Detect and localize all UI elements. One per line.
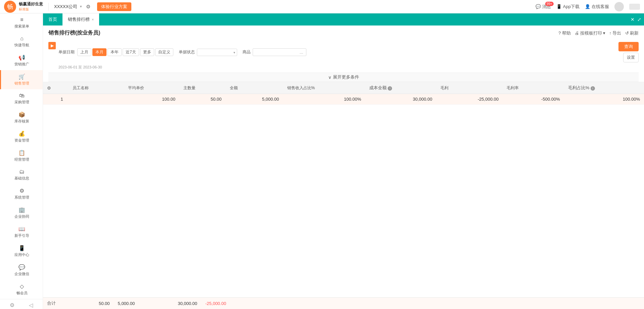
user-avatar[interactable]	[614, 2, 624, 11]
message-icon: 💬	[535, 4, 541, 9]
sidebar-settings-icon[interactable]: ⚙	[10, 302, 14, 308]
sidebar-item-member-label: 畅会员	[16, 291, 28, 296]
refresh-label: 刷新	[630, 30, 639, 36]
last7days-btn[interactable]: 近7天	[123, 48, 139, 56]
footer-amount: 5,000.00	[118, 301, 135, 306]
filter-toggle-btn[interactable]: ▶	[48, 42, 56, 49]
sidebar-item-purchase[interactable]: 🛍 采购管理	[0, 89, 43, 108]
logo-icon: 畅	[4, 1, 16, 13]
tab-close-icon[interactable]: ×	[92, 17, 94, 21]
sidebar-item-finance[interactable]: 💰 资金管理	[0, 127, 43, 146]
expand-more-btn[interactable]: ∨ 展开更多条件	[48, 72, 639, 82]
sidebar-item-search[interactable]: ≡ 搜索菜单	[0, 13, 43, 32]
message-btn[interactable]: 💬 消息 99+	[535, 4, 551, 10]
row-qty-cell: 50.00	[179, 94, 226, 105]
sidebar-item-operations[interactable]: 📋 经营管理	[0, 146, 43, 165]
more-btn[interactable]: 更多	[140, 48, 154, 56]
company-settings-icon[interactable]: ⚙	[86, 4, 90, 10]
status-select[interactable]	[197, 49, 237, 56]
export-btn[interactable]: ↑ 导出	[609, 30, 621, 36]
sidebar-collapse-icon[interactable]: ◁	[29, 302, 33, 308]
sidebar-item-quick-nav[interactable]: ⌂ 快捷导航	[0, 32, 43, 51]
sidebar-item-apps[interactable]: 📱 应用中心	[0, 242, 43, 261]
sidebar-item-sales[interactable]: 🛒 销售管理	[0, 70, 43, 89]
col-avg-price: 平均单价	[124, 82, 179, 94]
print-dropdown-icon[interactable]: ▾	[603, 31, 605, 36]
sidebar-item-member[interactable]: ◇ 畅会员	[0, 280, 43, 299]
enterprise-icon: 🏢	[18, 207, 25, 213]
row-qty: 50.00	[211, 97, 222, 102]
table-row: 1 100.00 50.00	[43, 94, 644, 105]
goods-filter-group: 商品 ...	[243, 48, 306, 56]
row-gross-pct-cell: 100.00%	[564, 94, 644, 105]
expand-down-icon: ∨	[328, 75, 332, 80]
query-btn[interactable]: 查询	[618, 42, 639, 51]
row-gross-rate-cell: -500.00%	[503, 94, 564, 105]
row-sales-pct: 100.00%	[344, 97, 361, 102]
row-cost: 30,000.00	[413, 97, 432, 102]
basic-icon: 🗂	[19, 169, 25, 175]
row-name-cell	[69, 94, 124, 105]
sidebar-item-apps-label: 应用中心	[14, 252, 29, 257]
col-cost: 成本全额 i	[365, 82, 436, 94]
goods-select[interactable]: ...	[253, 48, 306, 56]
gear-col-icon: ⚙	[47, 86, 51, 91]
table-area: ⚙ 员工名称 平均单价 主数量 全额 销售收入占比% 成本全额 i	[43, 82, 644, 309]
last-month-btn[interactable]: 上月	[77, 48, 91, 56]
company-dropdown-icon[interactable]: ▾	[80, 4, 82, 9]
footer-total-label: 合计	[47, 300, 56, 306]
col-qty: 主数量	[179, 82, 226, 94]
active-tab-label: 销售排行榜	[68, 16, 90, 22]
sidebar-item-basic[interactable]: 🗂 基础信息	[0, 165, 43, 184]
operations-icon: 📋	[18, 150, 25, 156]
filter-row-1: 单据日期 上月 本月 本年 近7天 更多 自定义 单据状态	[58, 42, 639, 62]
window-maximize-icon[interactable]: ⤢	[637, 17, 641, 22]
goods-more-icon[interactable]: ...	[300, 50, 303, 55]
finance-icon: 💰	[18, 131, 25, 137]
cost-info-icon[interactable]: i	[388, 86, 392, 91]
online-service-btn[interactable]: 👤 在线客服	[585, 4, 609, 10]
sidebar-item-inventory[interactable]: 📦 库存核算	[0, 108, 43, 127]
trial-button[interactable]: 体验行业方案	[97, 2, 131, 11]
row-amount: 5,000.00	[262, 97, 279, 102]
print-btn[interactable]: 🖨 按模板打印 ▾	[575, 30, 605, 36]
sidebar-item-guide[interactable]: 📖 新手引导	[0, 222, 43, 242]
gross-pct-info-icon[interactable]: i	[591, 86, 595, 91]
date-range-display: 2023-06-01 至 2023-06-30	[58, 64, 639, 70]
home-tab-label: 首页	[48, 16, 57, 22]
window-close-icon[interactable]: ✕	[631, 17, 635, 22]
search-menu-icon: ≡	[20, 17, 23, 23]
tab-home[interactable]: 首页	[43, 13, 62, 25]
logo-sub: 标准版	[19, 7, 43, 12]
top-bar: 畅 畅赢通好生意 标准版 XXXXX公司 ▾ ⚙ 体验行业方案 💬 消息 99+…	[0, 0, 644, 13]
user-name-placeholder[interactable]	[629, 4, 640, 10]
this-month-btn[interactable]: 本月	[92, 48, 106, 56]
page-title-row: 销售排行榜(按业务员) ? 帮助 🖨 按模板打印 ▾ ↑	[48, 30, 639, 37]
custom-btn[interactable]: 自定义	[155, 48, 173, 56]
page-header: 销售排行榜(按业务员) ? 帮助 🖨 按模板打印 ▾ ↑	[43, 25, 644, 82]
date-filter-label: 单据日期	[58, 49, 75, 55]
col-gross: 毛利	[436, 82, 503, 94]
goods-filter-label: 商品	[243, 49, 251, 55]
refresh-btn[interactable]: ↺ 刷新	[625, 30, 639, 36]
settings-btn[interactable]: 设置	[623, 53, 639, 62]
status-filter-label: 单据状态	[179, 49, 195, 55]
sidebar-item-enterprise[interactable]: 🏢 企业协同	[0, 203, 43, 222]
refresh-icon: ↺	[625, 31, 629, 36]
footer-gross: -25,000.00	[205, 301, 226, 306]
col-gear[interactable]: ⚙	[43, 82, 55, 94]
member-icon: ◇	[20, 283, 24, 290]
table-header-row: ⚙ 员工名称 平均单价 主数量 全额 销售收入占比% 成本全额 i	[43, 82, 644, 94]
company-name[interactable]: XXXXX公司	[54, 4, 77, 10]
app-download-btn[interactable]: 📱 App下载	[556, 4, 579, 10]
sidebar-item-marketing[interactable]: 📢 营销推广	[0, 51, 43, 70]
page-actions: ? 帮助 🖨 按模板打印 ▾ ↑ 导出 ↺	[558, 30, 639, 36]
help-link[interactable]: ? 帮助	[558, 30, 570, 36]
date-btn-group: 上月 本月 本年 近7天 更多 自定义	[77, 48, 173, 56]
guide-icon: 📖	[18, 226, 25, 232]
sidebar-item-search-label: 搜索菜单	[14, 24, 29, 29]
this-year-btn[interactable]: 本年	[108, 48, 122, 56]
tab-sales-ranking[interactable]: 销售排行榜 ×	[62, 13, 99, 25]
sidebar-item-system[interactable]: ⚙ 系统管理	[0, 184, 43, 203]
sidebar-item-wechat[interactable]: 💬 企业微信	[0, 261, 43, 280]
